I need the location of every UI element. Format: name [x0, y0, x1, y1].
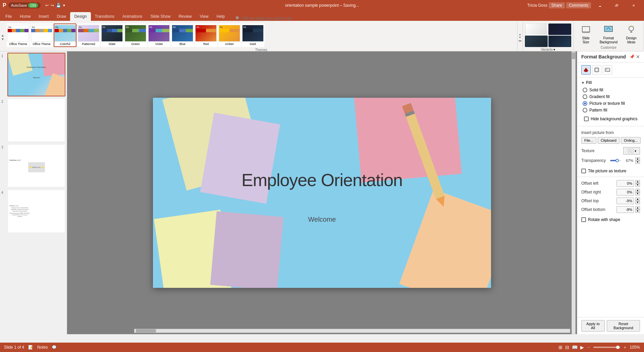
- theme-item-4[interactable]: Aa Slate: [101, 24, 123, 47]
- tab-view[interactable]: View: [196, 12, 213, 21]
- offset-right-input[interactable]: [616, 189, 634, 195]
- notes-button[interactable]: Notes: [37, 345, 48, 350]
- tab-insert[interactable]: Insert: [35, 12, 53, 21]
- solid-fill-option[interactable]: Solid fill: [583, 88, 640, 92]
- texture-picker[interactable]: ▾: [623, 147, 640, 155]
- reading-view-icon[interactable]: 📖: [572, 345, 578, 350]
- design-ideas-button[interactable]: DesignIdeas: [623, 24, 640, 46]
- zoom-level[interactable]: 105%: [630, 345, 640, 350]
- theme-item-9[interactable]: Aa Amber: [218, 24, 241, 47]
- theme-item-0[interactable]: Aa Office Theme: [7, 24, 30, 47]
- slide-sorter-icon[interactable]: ⊟: [565, 345, 569, 350]
- picture-fill-option[interactable]: Picture or texture fill: [583, 101, 640, 106]
- zoom-in-icon[interactable]: ＋: [623, 345, 627, 350]
- restore-button[interactable]: 🗗: [609, 0, 625, 11]
- slide-size-button[interactable]: SlideSize: [578, 24, 594, 46]
- solid-fill-radio[interactable]: [583, 88, 587, 92]
- slide-thumb-1[interactable]: Employee Orientation Welcome: [7, 53, 65, 96]
- slide-thumb-2[interactable]: [7, 98, 65, 142]
- tab-slideshow[interactable]: Slide Show: [146, 12, 174, 21]
- transparency-slider[interactable]: [610, 160, 621, 161]
- theme-item-2[interactable]: Aa Colorful: [54, 24, 76, 47]
- variant-item-4[interactable]: [548, 36, 571, 47]
- theme-item-3[interactable]: Aa Patterned: [77, 24, 100, 47]
- tab-file[interactable]: File: [1, 12, 16, 21]
- tile-texture-checkbox[interactable]: [581, 169, 586, 173]
- more-options-icon[interactable]: ▾: [63, 3, 65, 8]
- comments-button[interactable]: Comments: [566, 2, 591, 8]
- tile-texture-option[interactable]: Tile picture as texture: [577, 167, 644, 175]
- theme-item-5[interactable]: Aa Green: [124, 24, 147, 47]
- hide-bg-checkbox[interactable]: [584, 117, 589, 121]
- offset-right-up[interactable]: ▲: [635, 189, 640, 192]
- rotate-with-shape-checkbox[interactable]: [581, 217, 586, 222]
- fill-icon-btn[interactable]: [581, 65, 591, 75]
- panel-pin-icon[interactable]: 📌: [630, 54, 635, 59]
- slide-thumbnail-1[interactable]: 1 Employee Orientation Welcome: [1, 53, 65, 96]
- undo-icon[interactable]: ↩: [45, 3, 49, 8]
- transparency-down[interactable]: ▼: [635, 161, 640, 164]
- redo-icon[interactable]: ↪: [51, 3, 54, 8]
- panel-close-icon[interactable]: ✕: [636, 54, 640, 59]
- clipboard-button[interactable]: Clipboard: [598, 137, 620, 144]
- tab-draw[interactable]: Draw: [53, 12, 70, 21]
- theme-item-6[interactable]: Aa Violet: [148, 24, 170, 47]
- tab-design[interactable]: Design: [70, 12, 91, 21]
- slide-thumbnail-4[interactable]: 4 ParkDeck, LLC • Employee Personnel Han…: [1, 189, 65, 233]
- slide-thumbnail-3[interactable]: 3 ParkDeck, LLC ⭐ Welcome ⭐: [1, 144, 65, 188]
- tab-review[interactable]: Review: [174, 12, 196, 21]
- gradient-fill-radio[interactable]: [583, 94, 587, 99]
- close-button[interactable]: ✕: [626, 0, 641, 11]
- rotate-with-shape-option[interactable]: Rotate with shape: [577, 216, 644, 223]
- pattern-fill-radio[interactable]: [583, 108, 587, 113]
- comments-status-button[interactable]: 💬: [52, 345, 57, 350]
- minimize-button[interactable]: 🗕: [592, 0, 608, 11]
- offset-left-up[interactable]: ▲: [635, 180, 640, 183]
- variants-expand-icon[interactable]: ▾: [553, 48, 555, 51]
- share-button[interactable]: Share: [549, 2, 565, 8]
- slide-thumbnail-2[interactable]: 2: [1, 98, 65, 142]
- picture-fill-radio[interactable]: [583, 101, 587, 106]
- file-button[interactable]: File...: [581, 137, 596, 144]
- reset-background-button[interactable]: Reset Background: [607, 320, 640, 332]
- variant-item-3[interactable]: [525, 36, 548, 47]
- pattern-fill-option[interactable]: Pattern fill: [583, 108, 640, 113]
- hide-bg-option[interactable]: Hide background graphics: [583, 117, 640, 121]
- save-icon[interactable]: 💾: [56, 3, 61, 8]
- themes-scroll-up[interactable]: ▲▼: [0, 22, 5, 52]
- horizontal-scrollbar[interactable]: [134, 329, 570, 333]
- offset-top-down[interactable]: ▼: [635, 201, 640, 204]
- offset-top-up[interactable]: ▲: [635, 197, 640, 201]
- themes-scroll-down[interactable]: ▲ ▼ ▬: [517, 22, 523, 52]
- offset-bottom-up[interactable]: ▲: [635, 206, 640, 210]
- variant-item-2[interactable]: [548, 24, 571, 35]
- transparency-up[interactable]: ▲: [635, 157, 640, 161]
- theme-item-7[interactable]: Aa Blue: [171, 24, 194, 47]
- tab-transitions[interactable]: Transitions: [91, 12, 118, 21]
- theme-item-10[interactable]: Aa Dark: [241, 24, 264, 47]
- autosave-toggle[interactable]: AutoSave ON: [8, 2, 41, 8]
- variant-item-1[interactable]: [525, 24, 548, 35]
- format-background-ribbon-button[interactable]: FormatBackground: [597, 24, 620, 46]
- offset-left-down[interactable]: ▼: [635, 183, 640, 187]
- offset-top-input[interactable]: [616, 197, 634, 204]
- tab-help[interactable]: Help: [213, 12, 229, 21]
- tab-home[interactable]: Home: [16, 12, 35, 21]
- slide-thumb-3[interactable]: ParkDeck, LLC ⭐ Welcome ⭐: [7, 144, 65, 188]
- online-button[interactable]: Onling...: [621, 137, 641, 144]
- transparency-thumb[interactable]: [615, 159, 619, 162]
- slide-thumb-4[interactable]: ParkDeck, LLC • Employee Personnel Handb…: [7, 189, 65, 233]
- picture-icon-btn[interactable]: [603, 65, 612, 75]
- normal-view-icon[interactable]: ⊞: [558, 345, 562, 350]
- effects-icon-btn[interactable]: [592, 65, 601, 75]
- offset-right-down[interactable]: ▼: [635, 192, 640, 195]
- fill-header[interactable]: ▼ Fill: [581, 80, 640, 85]
- offset-left-input[interactable]: [616, 180, 634, 187]
- apply-to-all-button[interactable]: Apply to All: [581, 320, 605, 332]
- theme-item-8[interactable]: Aa Red: [195, 24, 217, 47]
- search-input[interactable]: [242, 16, 309, 21]
- zoom-out-icon[interactable]: －: [587, 345, 591, 350]
- zoom-slider[interactable]: [593, 347, 620, 348]
- tab-animations[interactable]: Animations: [118, 12, 146, 21]
- slideshow-icon[interactable]: ▶: [580, 345, 584, 350]
